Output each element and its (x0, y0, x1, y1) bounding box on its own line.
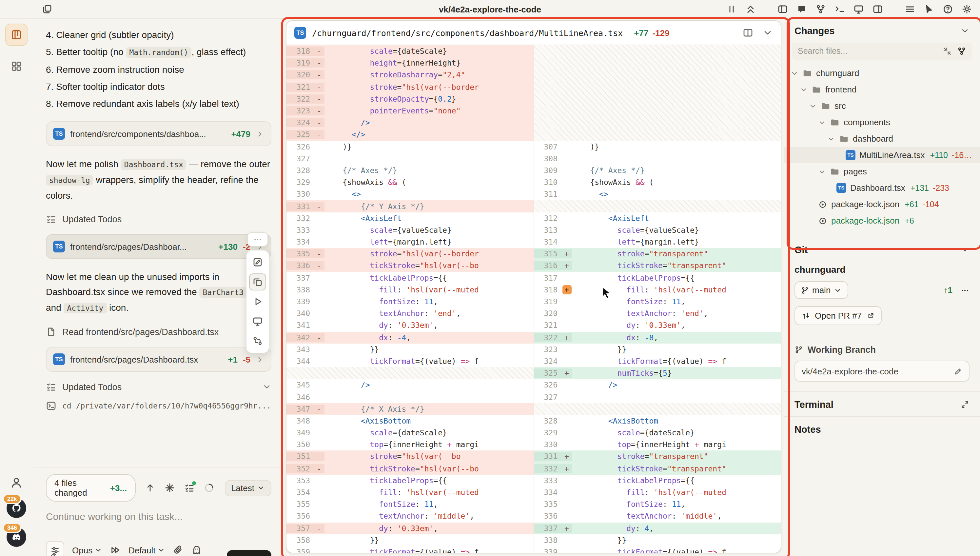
notes-section-header[interactable]: Notes (784, 417, 980, 440)
ghost-icon[interactable] (192, 545, 202, 555)
diff-row: 343 }} (286, 343, 533, 355)
tree-folder-frontend[interactable]: frontend (784, 81, 980, 98)
expand-icon[interactable] (960, 400, 970, 409)
chat-input[interactable]: Continue working on this task... (46, 511, 271, 536)
removed-count: -5 (243, 354, 250, 364)
folder-icon (802, 68, 812, 78)
grid-icon[interactable] (10, 60, 22, 72)
diff-row: 327 (534, 391, 781, 403)
todo-update-item[interactable]: Updated Todos (46, 381, 271, 392)
windows-icon[interactable] (42, 4, 52, 15)
scroll-up-icon[interactable] (145, 483, 155, 493)
git-section-header[interactable]: Git (784, 238, 980, 260)
diff-header: TS /churnguard/frontend/src/components/d… (286, 21, 781, 45)
chat-input-placeholder: Continue working on this task... (46, 511, 182, 522)
tree-folder-dashboard[interactable]: dashboard (784, 131, 980, 147)
fast-forward-icon[interactable] (110, 545, 121, 555)
workspace-board-icon[interactable] (5, 24, 27, 46)
edit-selection-button[interactable] (249, 254, 266, 271)
collapse-file-icon[interactable] (762, 27, 773, 38)
run-button[interactable] (249, 293, 266, 310)
collapse-icon[interactable] (745, 4, 756, 15)
terminal-icon[interactable] (835, 4, 845, 15)
file-change-chip[interactable]: TS frontend/src/pages/Dashboar... +130 -… (46, 234, 271, 259)
terminal-section-header[interactable]: Terminal (784, 392, 980, 415)
diff-row: 308 (534, 152, 781, 164)
discord-icon[interactable]: 346 (6, 527, 26, 547)
copy-button[interactable] (249, 273, 266, 291)
panel-right-icon[interactable] (872, 4, 883, 15)
pause-icon[interactable] (726, 4, 737, 15)
diff-row: 313 scale={valueScale} (534, 224, 781, 236)
menu-icon[interactable] (905, 4, 915, 15)
terminal-title: Terminal (794, 399, 833, 410)
tree-folder-src[interactable]: src (784, 98, 980, 114)
file-name: Dashboard.tsx (850, 183, 905, 193)
diff-row: 339 fontSize: 11, (286, 296, 533, 307)
diff-panel: TS /churnguard/frontend/src/components/d… (286, 20, 781, 553)
edit-icon[interactable] (954, 367, 962, 375)
tree-file-package-lock.json[interactable]: package-lock.json+6 (784, 212, 980, 229)
diff-row: 338 fill: 'hsl(var(--muted (286, 284, 533, 296)
file-name: MultiLineArea.tsx (859, 150, 925, 160)
todo-status-icon[interactable] (184, 483, 194, 493)
todo-update-item[interactable]: Updated Todos (46, 214, 271, 224)
tree-folder-churnguard[interactable]: churnguard (784, 65, 980, 81)
changes-section-header[interactable]: Changes (784, 18, 980, 41)
lockfile-icon (818, 200, 827, 209)
terminal-command-item[interactable]: cd /private/var/folders/10/h7w0q46556ggr… (46, 401, 271, 411)
open-pr-button[interactable]: Open PR #7 (794, 306, 882, 325)
diff-row: 318- scale={dateScale} (286, 45, 533, 57)
diff-row: 333 scale={valueScale} (286, 224, 533, 236)
tree-file-package-lock.json[interactable]: package-lock.json+61-104 (784, 196, 980, 212)
cursor-icon[interactable] (923, 4, 934, 15)
model-dropdown[interactable]: Opus (72, 545, 102, 555)
panel-left-icon[interactable] (777, 4, 788, 15)
file-change-chip[interactable]: TS frontend/src/pages/Dashboard.tsx +1 -… (46, 347, 271, 372)
preview-button[interactable] (249, 313, 266, 330)
file-change-chip[interactable]: TS frontend/src/components/dashboa... +4… (46, 121, 271, 146)
tree-view-icon[interactable] (957, 47, 966, 56)
diff-row (534, 117, 781, 129)
chevron-down-icon[interactable] (262, 382, 271, 391)
collapse-tree-icon[interactable] (943, 47, 952, 56)
add-comment-button[interactable]: + (562, 285, 571, 294)
compare-button[interactable] (249, 333, 266, 349)
file-search-input[interactable]: Search files... (792, 43, 972, 60)
github-icon[interactable]: 22k (6, 498, 26, 518)
chat-icon[interactable] (796, 4, 807, 15)
help-icon[interactable] (943, 4, 953, 15)
gear-icon[interactable] (962, 4, 972, 15)
git-fork-icon[interactable] (815, 4, 826, 15)
list-item: 5. Better tooltip (no Math.random(), gla… (46, 45, 271, 60)
tree-file-Dashboard.tsx[interactable]: TSDashboard.tsx+131-233 (784, 179, 980, 196)
diff-row: 326 /> (534, 379, 781, 391)
send-button[interactable]: Send (227, 550, 271, 556)
tree-folder-components[interactable]: components (784, 114, 980, 131)
account-icon[interactable] (10, 476, 23, 489)
working-branch-field[interactable]: vk/4e2a-explore-the-code (794, 360, 970, 381)
read-file-item[interactable]: Read frontend/src/pages/Dashboard.tsx (46, 326, 271, 337)
tree-folder-pages[interactable]: pages (784, 163, 980, 179)
diff-row: 322- strokeOpacity={0.2} (286, 93, 533, 105)
added-count: +479 (231, 129, 250, 139)
diff-row: 358 }} (286, 534, 533, 546)
mode-dropdown[interactable]: Default (129, 545, 165, 555)
tree-file-MultiLineArea.tsx[interactable]: TSMultiLineArea.tsx+110-16… (784, 147, 980, 163)
diff-row: 328 <AxisBottom (534, 415, 781, 427)
branch-selector[interactable]: main (794, 281, 848, 299)
attachment-icon[interactable] (173, 545, 184, 555)
latest-dropdown[interactable]: Latest (224, 480, 271, 496)
monitor-icon[interactable] (854, 4, 864, 15)
pencil-icon[interactable] (47, 551, 58, 556)
diff-row: 337+ dy: 4, (534, 522, 781, 534)
more-options-icon[interactable] (960, 286, 970, 295)
sparkle-icon[interactable] (164, 483, 175, 493)
palette-drag-handle[interactable] (247, 232, 268, 247)
file-name: frontend (825, 84, 856, 94)
files-changed-pill[interactable]: 4 files changed +3... (46, 474, 136, 501)
diff-row: 349 scale={dateScale} (286, 427, 533, 439)
git-title: Git (794, 244, 807, 255)
diff-row: 332 <AxisLeft (286, 212, 533, 224)
split-view-icon[interactable] (743, 27, 753, 38)
